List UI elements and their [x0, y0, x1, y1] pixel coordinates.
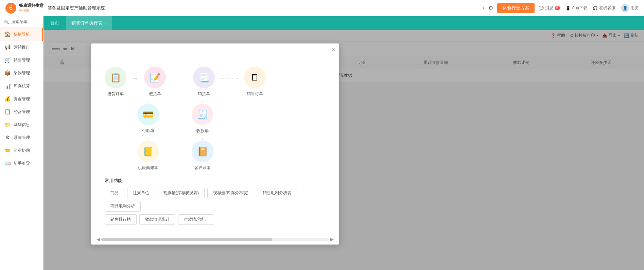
func-btn-receipt-stats[interactable]: 收款情况统计: [139, 214, 175, 225]
sidebar-search[interactable]: 🔍 搜索菜单: [0, 16, 43, 28]
marketing-icon: 📢: [4, 44, 11, 50]
user-menu[interactable]: 👤 用友: [621, 4, 639, 12]
sales-slip-node[interactable]: 📃 销货单: [193, 67, 215, 97]
purchase-order-circle: 📋: [105, 67, 126, 88]
modal-scrollbar: ◀ ▶: [91, 235, 339, 245]
tab-bar: 首页 销售订单执行表 ×: [43, 16, 644, 30]
finance-icon: 💰: [4, 96, 11, 102]
func-btn-partner[interactable]: 往来单位: [127, 188, 155, 198]
message-badge: 5: [555, 6, 560, 10]
flow-top-row: 📋 进货订单 →: [105, 67, 266, 97]
func-buttons-row2: 销售排行榜 收款情况统计 付款情况统计: [105, 214, 326, 225]
user-avatar: 👤: [621, 4, 629, 12]
supplier-ledger-circle: 📒: [137, 141, 159, 162]
modal-overlay[interactable]: × 📋: [43, 30, 644, 270]
message-button[interactable]: 💬 消息 5: [539, 5, 560, 11]
search-icon: 🔍: [4, 20, 9, 24]
sidebar: 🔍 搜索菜单 🏠 快捷导航 📢 营销推广 🛒 销售管理 📦 采购管理 📊: [0, 16, 43, 270]
dropdown-arrow-icon[interactable]: ▾: [483, 6, 484, 10]
receipt-slip-label: 收款单: [196, 128, 209, 134]
sidebar-item-sales[interactable]: 🛒 销售管理: [0, 54, 43, 67]
supplier-ledger-label: 供应商账本: [138, 165, 158, 171]
flow-diagram: 📋 进货订单 →: [105, 67, 326, 171]
flow-mid-col-payment: ↓ 💳 付款单 ↓: [137, 98, 159, 171]
sidebar-item-inventory[interactable]: 📊 库存核算: [0, 79, 43, 92]
arrow-1: →: [132, 74, 139, 82]
payment-slip-label: 付款单: [142, 128, 154, 134]
func-btn-stock-dist[interactable]: 现存量(库存分布表): [207, 188, 254, 198]
logo-sub: 标准版: [19, 8, 43, 13]
scrollbar-track[interactable]: [101, 238, 329, 241]
tab-sales-exec[interactable]: 销售订单执行表 ×: [66, 16, 112, 30]
system-title: 装备及固定资产辅助管理系统: [48, 5, 478, 11]
common-functions: 常用功能 商品 往来单位 现存量(库存状况表) 现存量(库存分布表) 销售毛利分…: [105, 178, 326, 225]
sidebar-item-system[interactable]: ⚙ 系统管理: [0, 131, 43, 144]
online-service-button[interactable]: 🎧 在线客服: [593, 5, 615, 11]
purchase-slip-label: 进货单: [149, 91, 161, 97]
sales-order-circle: 🗒: [244, 67, 266, 88]
download-icon: 📱: [565, 6, 571, 11]
flow-mid-col-receipt: ↓ 🧾 收款单 ↓: [192, 98, 213, 171]
sidebar-item-finance[interactable]: 💰 资金管理: [0, 92, 43, 105]
customer-ledger-label: 客户账本: [194, 165, 211, 171]
down-arrow-3: ↓: [202, 135, 204, 141]
sidebar-item-marketing[interactable]: 📢 营销推广: [0, 41, 43, 54]
sidebar-item-basic-info[interactable]: 📁 基础信息: [0, 118, 43, 131]
guide-icon: 📖: [4, 160, 11, 166]
func-btn-product[interactable]: 商品: [105, 188, 124, 198]
sidebar-item-guide[interactable]: 📖 新手引导: [0, 157, 43, 170]
func-btn-payment-stats[interactable]: 付款情况统计: [178, 214, 214, 225]
service-icon: 🎧: [593, 6, 598, 11]
settings-icon[interactable]: ⚙: [488, 5, 493, 11]
sidebar-item-purchase[interactable]: 📦 采购管理: [0, 67, 43, 79]
customer-ledger-circle: 📔: [192, 141, 213, 162]
modal-body: 📋 进货订单 →: [91, 56, 339, 235]
sidebar-item-operation[interactable]: 📋 经营管理: [0, 105, 43, 118]
arrow-dashed: ← - - -: [220, 76, 239, 81]
sales-icon: 🛒: [4, 57, 11, 63]
sales-order-node[interactable]: 🗒 销售订单: [244, 67, 266, 97]
sales-slip-label: 销货单: [198, 91, 210, 97]
logo-title: 畅康通好生意: [19, 3, 43, 8]
modal-header: ×: [91, 43, 339, 56]
experience-button[interactable]: 体验行业方案: [497, 3, 535, 13]
func-buttons-row1: 商品 往来单位 现存量(库存状况表) 现存量(库存分布表) 销售毛利分析表 商品…: [105, 188, 326, 212]
down-arrow-receipt: ↓: [202, 98, 204, 104]
payment-slip-node[interactable]: 💳 付款单: [137, 104, 159, 134]
app-download-button[interactable]: 📱 App下载: [565, 5, 587, 11]
sales-slip-circle: 📃: [193, 67, 215, 88]
basic-info-icon: 📁: [4, 122, 11, 128]
receipt-slip-node[interactable]: 🧾 收款单: [192, 104, 213, 134]
scroll-left-icon[interactable]: ◀: [97, 237, 100, 242]
purchase-icon: 📦: [4, 70, 11, 76]
func-btn-stock-status[interactable]: 现存量(库存状况表): [158, 188, 205, 198]
inventory-icon: 📊: [4, 83, 11, 89]
tab-home[interactable]: 首页: [43, 16, 66, 30]
func-btn-sales-rank[interactable]: 销售排行榜: [105, 214, 137, 225]
down-arrow-2: ↓: [147, 135, 150, 141]
purchase-order-node[interactable]: 📋 进货订单: [105, 67, 126, 97]
func-btn-sales-margin[interactable]: 销售毛利分析表: [257, 188, 297, 198]
message-icon: 💬: [539, 6, 544, 11]
supplier-ledger-node[interactable]: 📒 供应商账本: [137, 141, 159, 171]
purchase-slip-circle: 📝: [144, 67, 166, 88]
scroll-right-icon[interactable]: ▶: [330, 237, 334, 242]
content-area: 首页 销售订单执行表 × ❓ 帮助 🖨: [43, 16, 644, 270]
sidebar-item-quick-nav[interactable]: 🏠 快捷导航: [0, 28, 43, 41]
func-btn-product-margin[interactable]: 商品毛利分析: [105, 201, 141, 212]
payment-slip-circle: 💳: [137, 104, 159, 125]
sidebar-item-enterprise[interactable]: 🤝 企业协同: [0, 144, 43, 157]
top-bar: 6 畅康通好生意 标准版 装备及固定资产辅助管理系统 ▾ ⚙ 体验行业方案 💬 …: [0, 0, 644, 16]
tab-close-icon[interactable]: ×: [104, 21, 107, 25]
main-layout: 🔍 搜索菜单 🏠 快捷导航 📢 营销推广 🛒 销售管理 📦 采购管理 📊: [0, 16, 644, 270]
customer-ledger-node[interactable]: 📔 客户账本: [192, 141, 213, 171]
logo-icon: 6: [5, 3, 16, 14]
scrollbar-thumb: [101, 238, 272, 241]
purchase-slip-node[interactable]: 📝 进货单: [144, 67, 166, 97]
receipt-slip-circle: 🧾: [192, 104, 213, 125]
common-functions-title: 常用功能: [105, 178, 326, 184]
logo-section: 6 畅康通好生意 标准版: [5, 3, 43, 14]
flow-mid-row: ↓ 💳 付款单 ↓: [105, 98, 213, 171]
top-actions: 💬 消息 5 📱 App下载 🎧 在线客服 👤 用友: [539, 4, 639, 12]
modal-close-button[interactable]: ×: [331, 46, 335, 53]
